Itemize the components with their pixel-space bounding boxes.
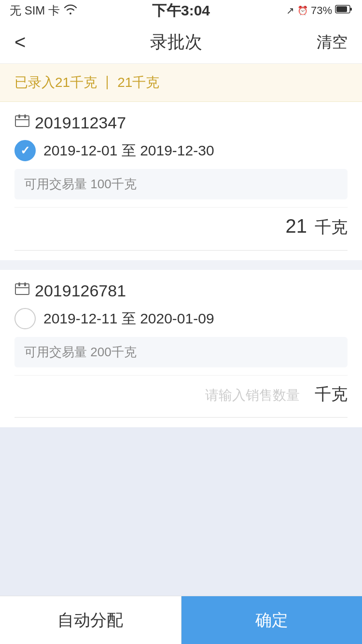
svg-rect-4: [18, 114, 20, 118]
batch-item-1: 2019112347 2019-12-01 至 2019-12-30 可用交易量…: [0, 102, 362, 260]
page-title: 录批次: [150, 30, 202, 54]
status-bar: 无 SIM 卡 下午3:04 ↗ ⏰ 73%: [0, 0, 362, 21]
svg-rect-1: [350, 8, 352, 11]
batch2-available: 可用交易量 200千克: [14, 337, 348, 367]
batch1-id: 2019112347: [35, 113, 126, 132]
batch-item-2: 2019126781 2019-12-11 至 2020-01-09 可用交易量…: [0, 270, 362, 427]
batch2-id: 2019126781: [35, 281, 126, 300]
info-divider: [107, 76, 108, 89]
info-recorded-label: 已录入21千克: [14, 73, 97, 92]
battery-icon: [335, 4, 352, 17]
batch1-unit: 千克: [315, 216, 348, 238]
batch1-icon: [14, 114, 30, 132]
batch1-header: 2019112347: [0, 102, 362, 137]
batch1-amount-row: 21 千克: [0, 208, 362, 250]
batch2-date: 2019-12-11 至 2020-01-09: [43, 309, 214, 329]
batch1-amount: 21: [286, 215, 307, 237]
batch2-radio[interactable]: [14, 308, 36, 329]
batch2-icon: [14, 282, 30, 300]
info-banner: 已录入21千克 21千克: [0, 64, 362, 102]
confirm-button[interactable]: 确定: [181, 596, 362, 644]
batch2-date-row: 2019-12-11 至 2020-01-09: [0, 305, 362, 334]
wifi-icon: [64, 4, 77, 17]
svg-rect-2: [336, 6, 347, 12]
svg-rect-7: [15, 284, 29, 294]
bottom-bar: 自动分配 确定: [0, 596, 362, 644]
batch2-unit: 千克: [315, 383, 348, 406]
content-wrap: 2019112347 2019-12-01 至 2019-12-30 可用交易量…: [0, 102, 362, 644]
nav-bar: < 录批次 清空: [0, 21, 362, 64]
batch1-available: 可用交易量 100千克: [14, 169, 348, 199]
status-right: ↗ ⏰ 73%: [286, 4, 352, 17]
info-value: 21千克: [117, 73, 159, 92]
battery-percent: 73%: [311, 4, 332, 17]
svg-rect-9: [24, 282, 26, 286]
svg-rect-8: [18, 282, 20, 286]
no-sim-label: 无 SIM 卡: [10, 3, 60, 18]
alarm-icon: ⏰: [297, 5, 308, 16]
svg-rect-3: [15, 116, 29, 126]
quantity-input[interactable]: [162, 385, 307, 404]
status-left: 无 SIM 卡: [10, 3, 77, 18]
back-button[interactable]: <: [14, 31, 43, 53]
status-time: 下午3:04: [152, 1, 210, 21]
batch1-radio[interactable]: [14, 140, 36, 161]
auto-distribute-button[interactable]: 自动分配: [0, 596, 181, 644]
location-icon: ↗: [286, 5, 294, 16]
batch1-date-row: 2019-12-01 至 2019-12-30: [0, 137, 362, 166]
batch2-input-row: 千克: [0, 376, 362, 417]
batch2-header: 2019126781: [0, 270, 362, 305]
batch1-date: 2019-12-01 至 2019-12-30: [43, 141, 214, 161]
section-separator: [0, 260, 362, 270]
svg-rect-5: [24, 114, 26, 118]
clear-button[interactable]: 清空: [309, 32, 348, 53]
